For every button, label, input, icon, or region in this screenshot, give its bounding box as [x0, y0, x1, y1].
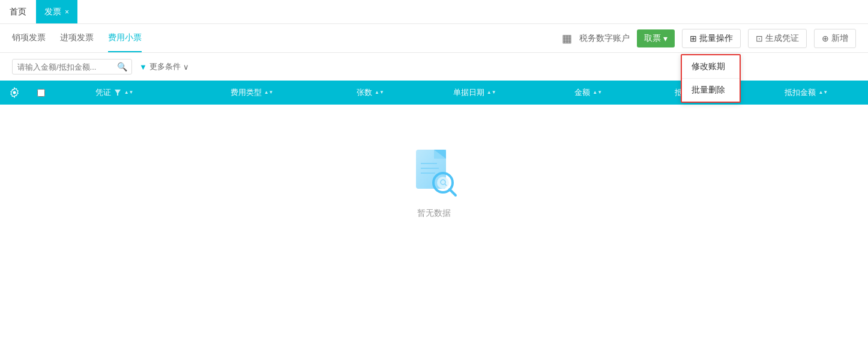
th-amount: 金额 ▲▼: [536, 87, 640, 98]
gen-voucher-label: 生成凭证: [765, 33, 799, 44]
th-voucher-label: 凭证: [95, 87, 111, 98]
add-button[interactable]: ⊕ 新增: [814, 29, 856, 48]
nav-tab-invoice[interactable]: 发票 ×: [36, 0, 77, 23]
search-wrap: 🔍: [12, 59, 132, 75]
add-icon: ⊕: [822, 34, 829, 43]
voucher-filter-icon[interactable]: [113, 88, 122, 97]
sub-tabs-right: ▦ 税务数字账户 取票 ▾ ⊞ 批量操作 修改账期 批量删除 ⊡: [562, 29, 856, 48]
expense-type-sort-icon[interactable]: ▲▼: [264, 90, 274, 95]
batch-op-label: 批量操作: [699, 33, 733, 44]
nav-tab-close[interactable]: ×: [65, 8, 69, 16]
empty-illustration: [404, 141, 464, 201]
th-sheets: 张数 ▲▼: [328, 87, 413, 98]
batch-op-dropdown: 修改账期 批量删除: [681, 54, 741, 103]
dropdown-item-modify-period[interactable]: 修改账期: [682, 55, 740, 78]
batch-op-wrap: ⊞ 批量操作 修改账期 批量删除: [682, 29, 741, 48]
voucher-sort-icon[interactable]: ▲▼: [124, 90, 134, 95]
take-ticket-label: 取票: [644, 33, 661, 44]
th-checkbox[interactable]: [29, 89, 53, 97]
date-sort-icon[interactable]: ▲▼: [487, 90, 496, 95]
svg-line-10: [450, 189, 456, 195]
svg-point-9: [437, 177, 449, 189]
svg-marker-1: [115, 90, 121, 96]
empty-text: 暂无数据: [417, 208, 451, 219]
batch-op-button[interactable]: ⊞ 批量操作: [682, 29, 741, 48]
empty-state: 暂无数据: [0, 105, 868, 243]
th-expense-type: 费用类型 ▲▼: [176, 87, 328, 98]
svg-point-0: [13, 91, 16, 94]
tab-expense[interactable]: 费用小票: [108, 24, 142, 52]
th-expense-type-label: 费用类型: [231, 87, 262, 98]
th-sheets-label: 张数: [357, 87, 372, 98]
deduction-amount-sort-icon[interactable]: ▲▼: [818, 90, 828, 95]
search-input[interactable]: [17, 63, 113, 72]
gen-voucher-icon: ⊡: [756, 34, 763, 43]
search-icon[interactable]: 🔍: [117, 62, 127, 72]
top-nav: 首页 发票 ×: [0, 0, 868, 24]
th-date: 单据日期 ▲▼: [413, 87, 536, 98]
main-content: 销项发票 进项发票 费用小票 ▦ 税务数字账户 取票 ▾ ⊞ 批量操作 修改账期: [0, 24, 868, 351]
more-conditions-chevron-icon: ∨: [183, 63, 189, 72]
th-amount-label: 金额: [574, 87, 590, 98]
tab-sales[interactable]: 销项发票: [12, 24, 46, 52]
th-deduction-amount: 抵扣金额 ▲▼: [745, 87, 868, 98]
batch-op-icon: ⊞: [690, 34, 697, 43]
amount-sort-icon[interactable]: ▲▼: [592, 90, 602, 95]
add-label: 新增: [831, 33, 848, 44]
sheets-sort-icon[interactable]: ▲▼: [375, 90, 384, 95]
take-ticket-chevron-icon: ▾: [663, 34, 668, 43]
sub-tabs-bar: 销项发票 进项发票 费用小票 ▦ 税务数字账户 取票 ▾ ⊞ 批量操作 修改账期: [0, 24, 868, 53]
th-deduction-amount-label: 抵扣金额: [785, 87, 816, 98]
dropdown-item-batch-delete[interactable]: 批量删除: [682, 79, 740, 102]
filter-icon: ▼: [139, 63, 147, 72]
qr-code-button[interactable]: ▦: [562, 32, 572, 45]
nav-home[interactable]: 首页: [0, 0, 36, 23]
select-all-checkbox[interactable]: [37, 89, 45, 97]
th-voucher: 凭证 ▲▼: [53, 87, 176, 98]
th-date-label: 单据日期: [453, 87, 484, 98]
nav-tab-label: 发票: [44, 7, 61, 17]
more-conditions-button[interactable]: ▼ 更多条件 ∨: [139, 61, 189, 72]
tax-digital-button[interactable]: 税务数字账户: [579, 33, 630, 44]
tab-purchase[interactable]: 进项发票: [60, 24, 94, 52]
qr-icon: ▦: [562, 32, 572, 45]
th-settings[interactable]: [0, 87, 29, 98]
more-conditions-label: 更多条件: [149, 61, 181, 72]
settings-icon: [9, 87, 20, 98]
sub-tabs-left: 销项发票 进项发票 费用小票: [12, 24, 142, 52]
take-ticket-button[interactable]: 取票 ▾: [637, 29, 675, 47]
gen-voucher-button[interactable]: ⊡ 生成凭证: [748, 29, 807, 48]
